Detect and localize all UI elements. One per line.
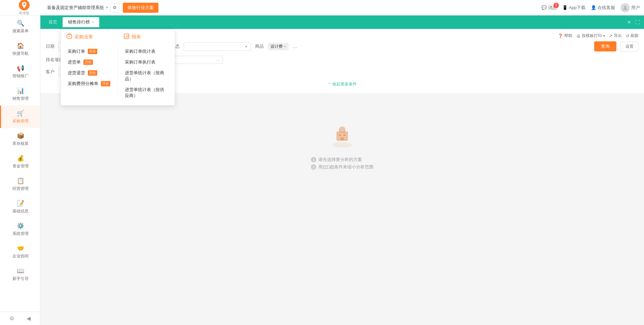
tab-bar-expand-btn[interactable]: ⛶ — [634, 19, 641, 25]
industry-btn[interactable]: 体验行业方案 — [123, 3, 158, 13]
sidebar-item-label: 营销推广 — [12, 73, 29, 79]
collapse-btn[interactable]: ⌃ 收起更多条件 — [326, 79, 359, 89]
export-btn[interactable]: ↗ 导出 — [609, 33, 622, 39]
sidebar-item-marketing[interactable]: 📢 营销推广 — [0, 60, 40, 83]
menu-item-purchase-expense-label: 采购费用分摊单 — [68, 81, 98, 87]
empty-tip-2: 2 用[过滤]条件来缩小分析范围 — [311, 164, 373, 170]
sidebar-item-label: 库存核算 — [12, 141, 29, 147]
refresh-btn[interactable]: ↺ 刷新 — [626, 33, 639, 39]
service-icon: 👤 — [591, 5, 596, 10]
purchase-report-title: 报表 — [123, 33, 170, 43]
report-title-icon — [123, 33, 130, 41]
purchase-business-title: 采购业务 — [66, 33, 112, 43]
main-layout: 🔍 搜索菜单 🏠 快捷导航 📢 营销推广 📊 销售管理 🛒 采购管理 📦 库存核… — [0, 15, 644, 325]
finance-icon: 💰 — [17, 155, 24, 162]
sidebar-item-label: 经营管理 — [12, 186, 29, 192]
goods-dots-btn[interactable]: ... — [293, 43, 297, 49]
sidebar-item-label: 采购管理 — [12, 118, 29, 124]
tab-home-label: 首页 — [48, 19, 57, 25]
menu-item-stock-in[interactable]: 进货单 历史 — [66, 57, 112, 68]
goods-label: 商品 — [255, 43, 264, 49]
print-icon: 🖨 — [576, 34, 580, 38]
logo-area: 标准版 — [4, 0, 44, 15]
refresh-icon: ↺ — [626, 34, 629, 38]
system-title-area: 装备及固定资产辅助管理系统 ▾ — [47, 5, 108, 11]
tab-close-icon[interactable]: × — [92, 20, 94, 24]
menu-item-purchase-order[interactable]: 采购订单 历史 — [66, 46, 112, 57]
operations-icon: 📋 — [17, 177, 24, 185]
sidebar-item-finance[interactable]: 💰 资金管理 — [0, 151, 40, 173]
sidebar-item-basic-info[interactable]: 📝 基础信息 — [0, 196, 40, 218]
sidebar-item-purchase[interactable]: 🛒 采购管理 — [0, 106, 40, 128]
online-service-btn[interactable]: 👤 在线客服 — [591, 5, 615, 11]
system-title: 装备及固定资产辅助管理系统 — [47, 5, 104, 11]
empty-illustration — [327, 121, 357, 153]
history-tag-purchase-order: 历史 — [88, 49, 97, 54]
sidebar-item-sales[interactable]: 📊 销售管理 — [0, 83, 40, 106]
sidebar-item-guide[interactable]: 📖 新手引导 — [0, 263, 40, 286]
print-btn[interactable]: 🖨 按模板打印 ▾ — [576, 33, 605, 39]
online-service-label: 在线客服 — [598, 5, 615, 11]
menu-item-stock-in-by-goods[interactable]: 进货单统计表（按商品） — [123, 68, 170, 84]
settings-icon[interactable]: ⚙ — [110, 3, 119, 12]
menu-item-stock-in-label: 进货单 — [68, 59, 81, 65]
sidebar-item-operations[interactable]: 📋 经营管理 — [0, 173, 40, 196]
collapse-icon: ⌃ — [328, 82, 331, 87]
menu-item-purchase-expense[interactable]: 采购费用分摊单 历史 — [66, 78, 112, 89]
tab-bar-close-btn[interactable]: ✕ — [624, 19, 634, 25]
svg-point-1 — [624, 6, 627, 8]
app-download-btn[interactable]: 📱 App下载 — [562, 5, 585, 11]
purchase-business-col: 采购业务 采购订单 历史 进货单 历史 进货退货 历史 采购费用分摊单 历史 — [61, 33, 118, 101]
app-download-label: App下载 — [569, 5, 585, 11]
settings-bottom-icon[interactable]: ⚙ — [9, 315, 14, 322]
sidebar-item-inventory[interactable]: 📦 库存核算 — [0, 128, 40, 151]
print-label: 按模板打印 — [582, 33, 602, 39]
tab-sales-rank[interactable]: 销售排行榜 × — [63, 17, 99, 27]
refresh-label: 刷新 — [631, 33, 639, 39]
user-avatar — [620, 3, 630, 12]
report-col-title-text: 报表 — [132, 34, 141, 40]
query-btn[interactable]: 查询 — [594, 41, 616, 51]
message-btn[interactable]: 💬 消息 9 — [541, 5, 557, 11]
history-tag-stock-return: 历史 — [88, 70, 97, 76]
purchase-report-col: 报表 采购订单统计表 采购订单执行表 进货单统计表（按商品） 进货单统计表（按供… — [118, 33, 175, 101]
sidebar-item-system[interactable]: ⚙️ 系统管理 — [0, 218, 40, 241]
menu-item-purchase-order-label: 采购订单 — [68, 48, 85, 54]
sidebar-item-label: 企业协同 — [12, 253, 29, 259]
bill-status-select[interactable]: ▾ — [184, 42, 251, 51]
settings-btn[interactable]: 设置 — [620, 42, 639, 51]
purchase-dropdown-menu: 采购业务 采购订单 历史 进货单 历史 进货退货 历史 采购费用分摊单 历史 — [61, 29, 175, 106]
message-icon: 💬 — [541, 5, 547, 10]
purchase-icon: 🛒 — [17, 110, 24, 117]
print-dropdown-icon[interactable]: ▾ — [603, 34, 605, 38]
user-btn[interactable]: 用户 — [620, 3, 640, 12]
top-header: 标准版 装备及固定资产辅助管理系统 ▾ ⚙ 体验行业方案 💬 消息 9 📱 Ap… — [0, 0, 644, 15]
svg-point-2 — [332, 142, 352, 148]
menu-item-purchase-order-stat-label: 采购订单统计表 — [125, 48, 155, 54]
sidebar-item-search[interactable]: 🔍 搜索菜单 — [0, 15, 40, 38]
history-tag-stock-in: 历史 — [83, 59, 93, 65]
salesperson-dropdown-icon: ... — [216, 58, 219, 62]
tab-sales-rank-label: 销售排行榜 — [68, 19, 90, 25]
tip-num-1: 1 — [311, 157, 316, 162]
message-badge: 9 — [553, 3, 559, 8]
svg-rect-10 — [341, 137, 344, 140]
system-dropdown-arrow[interactable]: ▾ — [106, 5, 108, 10]
menu-item-stock-return[interactable]: 进货退货 历史 — [66, 68, 112, 78]
menu-item-stock-in-by-supplier[interactable]: 进货单统计表（按供应商） — [123, 84, 170, 101]
sidebar-item-quick-nav[interactable]: 🏠 快捷导航 — [0, 38, 40, 60]
svg-rect-9 — [344, 134, 346, 136]
tab-bar: 首页 销售排行榜 × ✕ ⛶ — [40, 15, 644, 29]
menu-item-stock-in-by-goods-label: 进货单统计表（按商品） — [125, 70, 168, 82]
user-label: 用户 — [631, 5, 640, 11]
goods-tag-close[interactable]: × — [284, 44, 286, 48]
help-btn[interactable]: ❓ 帮助 — [558, 33, 572, 39]
logo-subtitle: 标准版 — [19, 11, 29, 15]
collapse-sidebar-icon[interactable]: ◀ — [27, 315, 31, 322]
business-title-icon — [66, 33, 72, 41]
menu-item-purchase-order-exec[interactable]: 采购订单执行表 — [123, 57, 170, 68]
sidebar-item-enterprise[interactable]: 🤝 企业协同 — [0, 241, 40, 263]
tip-num-2: 2 — [311, 164, 316, 170]
tab-home[interactable]: 首页 — [43, 17, 63, 27]
menu-item-purchase-order-stat[interactable]: 采购订单统计表 — [123, 46, 170, 57]
